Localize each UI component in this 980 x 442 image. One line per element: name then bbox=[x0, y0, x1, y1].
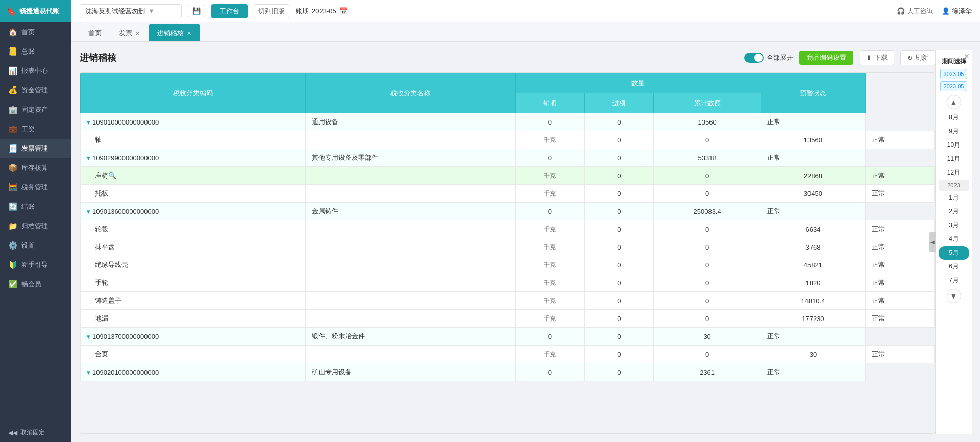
tab-home[interactable]: 首页 bbox=[80, 24, 110, 41]
cell-purchase: 0 bbox=[653, 274, 761, 292]
refresh-label: 刷新 bbox=[915, 53, 928, 62]
sidebar-item-inventory[interactable]: 📦 库存核算 bbox=[0, 158, 71, 178]
cell-name: 锻件、粉末冶金件 bbox=[305, 328, 515, 346]
topbar-right: 🎧 人工咨询 👤 徐泽华 bbox=[897, 7, 972, 16]
cell-sales: 0 bbox=[584, 220, 653, 238]
tax-icon: 🧮 bbox=[8, 183, 17, 192]
company-selector[interactable]: 沈海英测试经营勿删 ▼ bbox=[80, 4, 182, 18]
th-warning: 预警状态 bbox=[761, 73, 865, 113]
save-button[interactable]: 💾 bbox=[188, 5, 205, 17]
logo-icon: 🔖 bbox=[6, 7, 16, 16]
month-item[interactable]: 11月 bbox=[939, 152, 969, 166]
sidebar-item-reports[interactable]: 📊 报表中心 bbox=[0, 61, 71, 81]
sidebar-unpin[interactable]: ◀◀ 取消固定 bbox=[0, 423, 71, 442]
sidebar-item-invoices[interactable]: 🧾 发票管理 bbox=[0, 139, 71, 158]
expand-all-toggle[interactable]: 全部展开 bbox=[744, 53, 793, 63]
cell-warning: 正常 bbox=[865, 292, 934, 310]
sidebar-item-guide[interactable]: 🔰 新手引导 bbox=[0, 255, 71, 275]
table-row: 轮毂 千克 0 0 6634 正常 bbox=[81, 220, 935, 238]
sidebar-item-payroll[interactable]: 💼 工资 bbox=[0, 119, 71, 139]
table-row: 铸造盖子 千克 0 0 14810.4 正常 bbox=[81, 292, 935, 310]
right-panel: ◀ ✕ 期间选择 2023.05 2023.05 ▲ 8月9月10月11月12月… bbox=[935, 50, 972, 434]
cell-cumulative: 13560 bbox=[653, 113, 761, 131]
cell-warning: 正常 bbox=[761, 328, 865, 346]
download-button[interactable]: ⬇ 下载 bbox=[860, 50, 894, 65]
month-item[interactable]: 8月 bbox=[939, 111, 969, 125]
month-item[interactable]: 7月 bbox=[939, 274, 969, 287]
inventory-icon: 📦 bbox=[8, 163, 17, 173]
th-tax-name: 税收分类名称 bbox=[305, 73, 515, 113]
sidebar-label-reports: 报表中心 bbox=[21, 66, 48, 76]
month-item[interactable]: 3月 bbox=[939, 218, 969, 232]
cell-name: 金属铸件 bbox=[305, 203, 515, 220]
tab-reconcile-close[interactable]: ✕ bbox=[187, 30, 191, 37]
tab-reconcile[interactable]: 进销稽核 ✕ bbox=[149, 24, 200, 41]
cell-purchase: 0 bbox=[653, 256, 761, 274]
th-purchase: 进项 bbox=[584, 93, 653, 113]
sidebar-label-ledger: 总账 bbox=[21, 47, 35, 56]
sidebar-item-archive[interactable]: 📁 归档管理 bbox=[0, 216, 71, 236]
cell-purchase: 0 bbox=[653, 131, 761, 149]
cell-unit: 千克 bbox=[516, 238, 584, 256]
settlement-icon: 🔄 bbox=[8, 202, 17, 211]
tab-invoice-close[interactable]: ✕ bbox=[135, 30, 140, 37]
month-item[interactable]: 1月 bbox=[939, 191, 969, 205]
sidebar-item-capital[interactable]: 💰 资金管理 bbox=[0, 81, 71, 100]
sidebar-item-settings[interactable]: ⚙️ 设置 bbox=[0, 236, 71, 255]
refresh-icon: ↻ bbox=[907, 54, 913, 62]
sidebar-item-member[interactable]: ✅ 畅会员 bbox=[0, 275, 71, 294]
workbench-button[interactable]: 工作台 bbox=[211, 4, 248, 18]
cell-name: 手轮 bbox=[81, 274, 306, 292]
cell-cumulative: 6634 bbox=[761, 220, 865, 238]
cell-purchase: 0 bbox=[653, 220, 761, 238]
sidebar-label-member: 畅会员 bbox=[21, 280, 41, 289]
cell-sales: 0 bbox=[516, 113, 584, 131]
service-button[interactable]: 🎧 人工咨询 bbox=[897, 7, 934, 16]
sidebar-item-home[interactable]: 🏠 首页 bbox=[0, 22, 71, 42]
cell-sales: 0 bbox=[584, 256, 653, 274]
sidebar-item-settlement[interactable]: 🔄 结账 bbox=[0, 197, 71, 216]
sidebar-item-tax[interactable]: 🧮 税务管理 bbox=[0, 178, 71, 197]
sidebar-label-settlement: 结账 bbox=[21, 202, 35, 211]
month-item[interactable]: 10月 bbox=[939, 138, 969, 152]
cell-sales: 0 bbox=[516, 328, 584, 346]
month-item[interactable]: 5月 bbox=[939, 246, 969, 260]
sidebar: 🔖 畅捷通易代账 🏠 首页 📒 总账 📊 报表中心 💰 资金管理 🏢 固定资产 … bbox=[0, 0, 71, 442]
cell-warning: 正常 bbox=[865, 346, 934, 363]
cell-unit: 千克 bbox=[516, 310, 584, 328]
cell-sales: 0 bbox=[584, 274, 653, 292]
cell-purchase: 0 bbox=[584, 149, 653, 167]
sidebar-item-ledger[interactable]: 📒 总账 bbox=[0, 42, 71, 61]
user-menu[interactable]: 👤 徐泽华 bbox=[942, 7, 972, 16]
cell-cumulative: 1820 bbox=[761, 274, 865, 292]
month-item[interactable]: 9月 bbox=[939, 125, 969, 138]
period-selector[interactable]: 账期 2023-05 📅 bbox=[296, 7, 348, 16]
switch-version-button[interactable]: 切到旧版 bbox=[254, 4, 289, 18]
cell-sales: 0 bbox=[516, 203, 584, 220]
cell-unit: 千克 bbox=[516, 256, 584, 274]
sidebar-item-assets[interactable]: 🏢 固定资产 bbox=[0, 100, 71, 119]
refresh-button[interactable]: ↻ 刷新 bbox=[900, 50, 935, 65]
download-icon: ⬇ bbox=[866, 54, 872, 62]
search-icon[interactable]: 🔍 bbox=[108, 171, 116, 179]
month-item[interactable]: 2月 bbox=[939, 205, 969, 218]
cell-code: ▾109013600000000000 bbox=[81, 203, 306, 220]
cell-sales: 0 bbox=[584, 167, 653, 185]
panel-toggle-button[interactable]: ◀ bbox=[929, 232, 936, 252]
company-chevron-icon: ▼ bbox=[148, 7, 155, 15]
panel-down-arrow[interactable]: ▼ bbox=[947, 289, 961, 303]
month-item[interactable]: 12月 bbox=[939, 166, 969, 180]
tab-invoice[interactable]: 发票 ✕ bbox=[110, 24, 149, 41]
cell-desc bbox=[305, 274, 515, 292]
close-panel-button[interactable]: ✕ bbox=[964, 52, 970, 60]
reconcile-table: 税收分类编码 税收分类名称 数量 预警状态 销项 进项 累计数额 bbox=[80, 73, 935, 381]
panel-up-arrow[interactable]: ▲ bbox=[947, 95, 961, 109]
month-item[interactable]: 4月 bbox=[939, 232, 969, 246]
th-cumulative: 累计数额 bbox=[653, 93, 761, 113]
app-logo: 🔖 畅捷通易代账 bbox=[0, 0, 71, 22]
product-code-button[interactable]: 商品编码设置 bbox=[799, 51, 853, 65]
month-item[interactable]: 6月 bbox=[939, 260, 969, 274]
expand-toggle-switch[interactable] bbox=[744, 53, 764, 63]
data-table-wrapper[interactable]: 税收分类编码 税收分类名称 数量 预警状态 销项 进项 累计数额 bbox=[80, 72, 935, 434]
cell-name: 轴 bbox=[81, 131, 306, 149]
